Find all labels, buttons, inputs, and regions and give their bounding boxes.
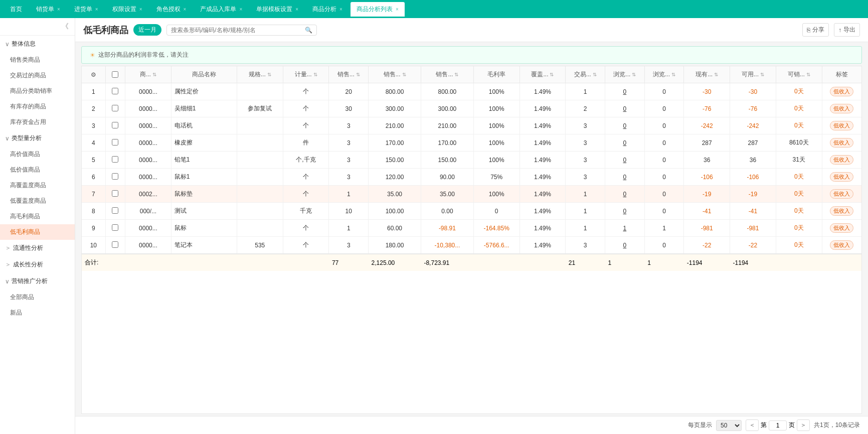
- col-tag[interactable]: 标签: [822, 66, 861, 83]
- sidebar-group-marketing-analysis[interactable]: ∨ 营销推广分析: [0, 273, 75, 290]
- cell-views1[interactable]: 0: [605, 237, 645, 254]
- sidebar-item-high-value[interactable]: 高价值商品: [0, 147, 75, 162]
- close-icon[interactable]: ×: [295, 7, 298, 12]
- col-saleable[interactable]: 可销...⇅: [776, 66, 822, 83]
- sidebar-item-sales-goods[interactable]: 销售类商品: [0, 52, 75, 68]
- cell-views1[interactable]: 0: [605, 186, 645, 203]
- col-spec[interactable]: 规格...⇅: [237, 66, 283, 83]
- row-checkbox[interactable]: [112, 190, 118, 197]
- cell-views1[interactable]: 0: [605, 169, 645, 186]
- page-size-label: 每页显示: [688, 421, 712, 429]
- col-views1[interactable]: 浏览...⇅: [605, 66, 645, 83]
- close-icon[interactable]: ×: [339, 7, 342, 12]
- col-sales-qty[interactable]: 销售...⇅: [329, 66, 369, 83]
- cell-current-stock: 287: [684, 134, 730, 152]
- nav-item-template-settings[interactable]: 单据模板设置 ×: [250, 2, 304, 17]
- total-records-label: 共1页，10条记录: [814, 421, 860, 429]
- col-coverage[interactable]: 覆盖...⇅: [519, 66, 566, 83]
- col-code[interactable]: 商...⇅: [125, 66, 171, 83]
- totals-views2: 1: [644, 254, 684, 271]
- export-button[interactable]: ↑ 导出: [834, 23, 860, 37]
- col-transactions[interactable]: 交易...⇅: [566, 66, 605, 83]
- sidebar-item-in-stock-goods[interactable]: 有库存的商品: [0, 99, 75, 114]
- page-size-select[interactable]: 50 100 200: [716, 420, 742, 431]
- cell-views1[interactable]: 0: [605, 117, 645, 134]
- sidebar-item-category-sales-rate[interactable]: 商品分类助销率: [0, 83, 75, 99]
- sidebar-group-growth-analysis[interactable]: ＞ 成长性分析: [0, 256, 75, 273]
- nav-item-product-inbound[interactable]: 产成品入库单 ×: [194, 2, 248, 17]
- row-checkbox[interactable]: [112, 156, 118, 163]
- cell-available: -30: [730, 83, 776, 100]
- row-checkbox[interactable]: [112, 241, 118, 248]
- sidebar-item-traded-goods[interactable]: 交易过的商品: [0, 68, 75, 83]
- nav-item-permissions[interactable]: 权限设置 ×: [106, 2, 148, 17]
- cell-views1[interactable]: 0: [605, 100, 645, 117]
- sidebar-group-flow-analysis[interactable]: ＞ 流通性分析: [0, 240, 75, 256]
- row-checkbox[interactable]: [112, 105, 118, 111]
- close-icon[interactable]: ×: [184, 7, 187, 12]
- cell-views1[interactable]: 0: [605, 134, 645, 152]
- close-icon[interactable]: ×: [139, 7, 142, 12]
- nav-item-product-analysis[interactable]: 商品分析 ×: [306, 2, 349, 17]
- col-views2[interactable]: 浏览...⇅: [644, 66, 684, 83]
- next-page-button[interactable]: ＞: [797, 419, 810, 431]
- col-unit[interactable]: 计量...⇅: [283, 66, 329, 83]
- sidebar-item-all-goods[interactable]: 全部商品: [0, 290, 75, 305]
- sidebar-group-overall[interactable]: ∨ 整体信息: [0, 36, 75, 52]
- cell-views1[interactable]: 0: [605, 203, 645, 220]
- nav-item-role-auth[interactable]: 角色授权 ×: [150, 2, 193, 17]
- sidebar-item-low-margin[interactable]: 低毛利商品: [0, 224, 75, 240]
- cell-views1[interactable]: 0: [605, 152, 645, 169]
- col-sales-profit[interactable]: 销售...⇅: [421, 66, 473, 83]
- sidebar-item-new-goods[interactable]: 新品: [0, 305, 75, 321]
- table-container[interactable]: ⚙ 商...⇅ 商品名称 规格...⇅: [81, 66, 862, 414]
- row-checkbox[interactable]: [112, 139, 118, 146]
- row-checkbox[interactable]: [112, 173, 118, 180]
- close-icon[interactable]: ×: [95, 7, 98, 12]
- prev-page-button[interactable]: ＜: [746, 419, 759, 431]
- close-icon[interactable]: ×: [396, 7, 399, 12]
- col-settings[interactable]: ⚙: [82, 66, 105, 83]
- close-icon[interactable]: ×: [239, 7, 242, 12]
- sidebar-item-low-coverage[interactable]: 低覆盖度商品: [0, 193, 75, 209]
- cell-available: -981: [730, 220, 776, 237]
- cell-spec: [237, 117, 283, 134]
- sort-icon: ⇅: [593, 72, 597, 77]
- page-number-input[interactable]: [769, 420, 787, 430]
- sidebar-item-low-value[interactable]: 低价值商品: [0, 162, 75, 178]
- cell-saleable: 31天: [776, 152, 822, 169]
- cell-views1[interactable]: 0: [605, 83, 645, 100]
- date-filter-button[interactable]: 近一月: [133, 24, 161, 36]
- cell-name: 鼠标: [171, 220, 237, 237]
- row-checkbox[interactable]: [112, 88, 118, 94]
- nav-item-sales[interactable]: 销货单 ×: [30, 2, 66, 17]
- nav-item-product-analysis-list[interactable]: 商品分析列表 ×: [351, 2, 405, 17]
- chevron-right-icon: ＞: [5, 244, 11, 252]
- col-gross-margin[interactable]: 毛利率: [473, 66, 519, 83]
- sidebar-item-inventory-capital[interactable]: 库存资金占用: [0, 114, 75, 130]
- col-name[interactable]: 商品名称: [171, 66, 237, 83]
- sidebar-item-high-coverage[interactable]: 高覆盖度商品: [0, 178, 75, 193]
- search-input[interactable]: [171, 27, 305, 34]
- sidebar-item-high-margin[interactable]: 高毛利商品: [0, 209, 75, 224]
- col-sales-price[interactable]: 销售...⇅: [369, 66, 421, 83]
- col-current-stock[interactable]: 现有...⇅: [684, 66, 730, 83]
- col-available[interactable]: 可用...⇅: [730, 66, 776, 83]
- select-all-checkbox[interactable]: [112, 71, 118, 78]
- close-icon[interactable]: ×: [57, 7, 60, 12]
- cell-gross-margin: -5766.6...: [473, 237, 519, 254]
- share-button[interactable]: ⎘ 分享: [802, 23, 829, 37]
- export-icon: ↑: [838, 27, 841, 34]
- search-icon[interactable]: 🔍: [305, 27, 312, 34]
- sidebar-collapse-button[interactable]: 《: [60, 20, 71, 33]
- nav-item-purchase[interactable]: 进货单 ×: [68, 2, 104, 17]
- row-checkbox[interactable]: [112, 122, 118, 128]
- nav-item-home[interactable]: 首页: [4, 2, 28, 17]
- row-checkbox[interactable]: [112, 207, 118, 214]
- cell-unit: 个: [283, 169, 329, 186]
- row-checkbox[interactable]: [112, 224, 118, 231]
- cell-tag: 低收入: [822, 203, 861, 220]
- col-checkbox[interactable]: [105, 66, 125, 83]
- sidebar-group-type-analysis[interactable]: ∨ 类型量分析: [0, 130, 75, 147]
- cell-views1[interactable]: 1: [605, 220, 645, 237]
